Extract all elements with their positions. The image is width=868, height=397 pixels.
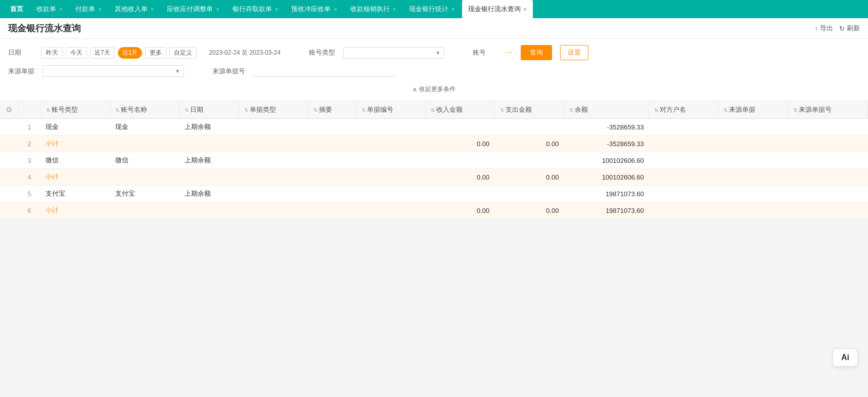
close-tab-fukuan-icon[interactable]: × [98, 6, 101, 12]
close-tab-bank-deposit-icon[interactable]: × [275, 6, 278, 12]
row-num: 3 [18, 152, 40, 169]
row-counterparty [649, 186, 718, 202]
account-type-chevron-icon: ▾ [436, 49, 440, 57]
row-income [425, 152, 494, 169]
row-source-doc-no [788, 119, 867, 136]
date-btn-more[interactable]: 更多 [145, 47, 166, 59]
close-tab-cash-flow-icon[interactable]: × [524, 6, 527, 12]
th-account-name[interactable]: ⇅账号名称 [110, 101, 179, 119]
nav-tab-prepay[interactable]: 预收冲应收单 × [285, 0, 343, 18]
date-btn-7days[interactable]: 近7天 [90, 47, 115, 59]
row-doc-no [356, 152, 425, 169]
row-income: 0.00 [425, 202, 494, 219]
row-account-name [110, 202, 179, 219]
row-summary [308, 136, 356, 152]
row-expense [494, 152, 564, 169]
row-source-doc-no [788, 186, 867, 202]
th-account-type[interactable]: ⇅账号类型 [40, 101, 110, 119]
row-date: 上期余额 [179, 152, 239, 169]
row-account-type: 小计 [40, 136, 110, 152]
row-num: 1 [18, 119, 40, 136]
nav-tab-fukuan[interactable]: 付款单 × [69, 0, 107, 18]
row-expense [494, 119, 564, 136]
row-account-type: 微信 [40, 152, 110, 169]
chevron-up-icon: ∧ [413, 86, 417, 93]
row-income: 0.00 [425, 169, 494, 186]
row-counterparty [649, 152, 718, 169]
row-doc-no [356, 169, 425, 186]
nav-tab-cash-flow[interactable]: 现金银行流水查询 × [462, 0, 533, 18]
query-button[interactable]: 查询 [521, 45, 552, 60]
close-tab-shoukuan-icon[interactable]: × [59, 6, 62, 12]
row-doc-type [239, 152, 308, 169]
row-doc-type [239, 202, 308, 219]
th-doc-no[interactable]: ⇅单据编号 [356, 101, 425, 119]
filter-row-2: 来源单据 ▾ 来源单据号 [8, 65, 860, 77]
row-doc-no [356, 186, 425, 202]
table-container: ⚙ ⇅账号类型 ⇅账号名称 ⇅日期 ⇅单据类型 ⇅摘要 [0, 101, 868, 219]
th-source-doc-no[interactable]: ⇅来源单据号 [788, 101, 867, 119]
source-doc-select[interactable]: ▾ [42, 65, 184, 77]
source-doc-label: 来源单据 [8, 67, 34, 76]
row-account-name: 现金 [110, 119, 179, 136]
nav-tab-other-income[interactable]: 其他收入单 × [109, 0, 160, 18]
row-summary [308, 186, 356, 202]
table-header-row: ⚙ ⇅账号类型 ⇅账号名称 ⇅日期 ⇅单据类型 ⇅摘要 [0, 101, 868, 119]
nav-tab-adjustment[interactable]: 应收应付调整单 × [161, 0, 225, 18]
table-row: 6 小计 0.00 0.00 19871073.60 [0, 202, 868, 219]
row-account-name [110, 136, 179, 152]
row-summary [308, 169, 356, 186]
date-btn-custom[interactable]: 自定义 [169, 47, 197, 59]
account-dots-button[interactable]: ··· [506, 48, 513, 57]
row-gear [0, 186, 18, 202]
account-type-select[interactable]: ▾ [343, 47, 444, 59]
date-label: 日期 [8, 48, 33, 57]
th-summary[interactable]: ⇅摘要 [308, 101, 356, 119]
row-counterparty [649, 202, 718, 219]
row-doc-no [356, 202, 425, 219]
th-balance[interactable]: ⇅余额 [564, 101, 649, 119]
date-btn-1month[interactable]: 近1月 [118, 47, 143, 59]
row-income [425, 186, 494, 202]
close-tab-cash-stats-icon[interactable]: × [451, 6, 454, 12]
th-expense[interactable]: ⇅支出金额 [494, 101, 564, 119]
row-source-doc-no [788, 152, 867, 169]
row-account-type: 现金 [40, 119, 110, 136]
nav-tab-shoukuan[interactable]: 收款单 × [30, 0, 68, 18]
th-counterparty[interactable]: ⇅对方户名 [649, 101, 718, 119]
settings-button[interactable]: 设置 [560, 45, 588, 60]
table-row: 4 小计 0.00 0.00 100102606.60 [0, 169, 868, 186]
row-gear [0, 202, 18, 219]
gear-icon[interactable]: ⚙ [6, 105, 12, 114]
close-tab-prepay-icon[interactable]: × [334, 6, 337, 12]
row-doc-type [239, 136, 308, 152]
source-doc-num-input[interactable] [253, 66, 395, 77]
row-account-name: 支付宝 [110, 186, 179, 202]
export-icon: ↑ [815, 25, 818, 32]
close-tab-reconcile-icon[interactable]: × [393, 6, 396, 12]
close-tab-adjustment-icon[interactable]: × [216, 6, 219, 12]
nav-home[interactable]: 首页 [4, 0, 29, 18]
nav-tab-cash-stats[interactable]: 现金银行统计 × [403, 0, 461, 18]
row-expense: 0.00 [494, 136, 564, 152]
row-balance: -3528659.33 [564, 136, 649, 152]
close-tab-other-income-icon[interactable]: × [151, 6, 154, 12]
th-doc-type[interactable]: ⇅单据类型 [239, 101, 308, 119]
collapse-button[interactable]: ∧ 收起更多条件 [8, 82, 860, 95]
th-source-doc[interactable]: ⇅来源单据 [718, 101, 788, 119]
date-btn-today[interactable]: 今天 [66, 47, 87, 59]
refresh-button[interactable]: ↻ 刷新 [839, 24, 860, 33]
header-actions: ↑ 导出 ↻ 刷新 [815, 24, 860, 33]
row-balance: 100102606.60 [564, 169, 649, 186]
nav-tab-bank-deposit[interactable]: 银行存取款单 × [226, 0, 284, 18]
export-button[interactable]: ↑ 导出 [815, 24, 834, 33]
th-date[interactable]: ⇅日期 [179, 101, 239, 119]
row-counterparty [649, 136, 718, 152]
page-header: 现金银行流水查询 ↑ 导出 ↻ 刷新 [0, 18, 868, 39]
top-nav: 首页 收款单 × 付款单 × 其他收入单 × 应收应付调整单 × 银行存取款单 … [0, 0, 868, 18]
date-btn-yesterday[interactable]: 昨天 [41, 47, 63, 59]
th-income[interactable]: ⇅收入金额 [425, 101, 494, 119]
row-date [179, 136, 239, 152]
row-num: 5 [18, 186, 40, 202]
nav-tab-reconcile[interactable]: 收款核销执行 × [344, 0, 402, 18]
